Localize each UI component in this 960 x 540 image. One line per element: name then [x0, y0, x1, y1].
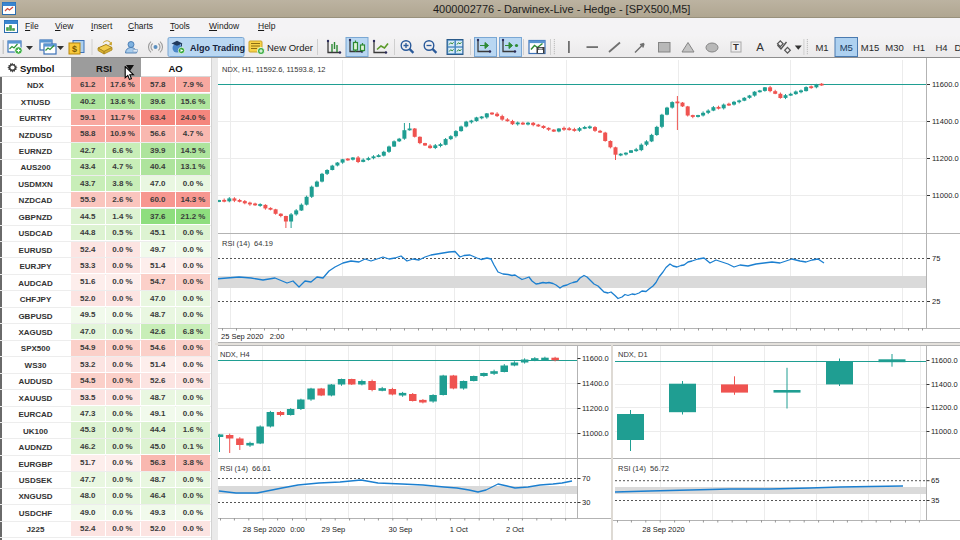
- svg-text:$: $: [72, 44, 77, 54]
- svg-text:11600.0: 11600.0: [582, 354, 609, 363]
- svg-text:11400.0: 11400.0: [931, 380, 958, 389]
- svg-text:RSI (14) 66.61: RSI (14) 66.61: [220, 464, 271, 473]
- svg-text:M30: M30: [885, 42, 903, 53]
- svg-text:A: A: [756, 41, 764, 53]
- svg-text:30: 30: [582, 498, 590, 507]
- svg-text:NDX, H4: NDX, H4: [220, 350, 250, 359]
- svg-text:30 Sep: 30 Sep: [389, 525, 413, 534]
- svg-text:H1: H1: [913, 42, 925, 53]
- svg-text:11600.0: 11600.0: [931, 356, 958, 365]
- svg-text:11000.0: 11000.0: [931, 427, 958, 436]
- svg-text:D: D: [955, 42, 960, 53]
- svg-text:75: 75: [932, 254, 940, 263]
- svg-text:11000.0: 11000.0: [582, 429, 609, 438]
- svg-text:25 Sep 2020 2:00: 25 Sep 2020 2:00: [221, 332, 284, 341]
- svg-text:25: 25: [932, 297, 940, 306]
- svg-text:29 Sep: 29 Sep: [322, 525, 346, 534]
- svg-text:70: 70: [582, 474, 590, 483]
- svg-text:T: T: [733, 41, 739, 52]
- svg-text:Algo Trading: Algo Trading: [190, 43, 245, 53]
- svg-text:NDX, D1: NDX, D1: [618, 350, 648, 359]
- svg-text:H4: H4: [935, 42, 947, 53]
- svg-text:65: 65: [931, 476, 939, 485]
- svg-text:M1: M1: [815, 42, 828, 53]
- svg-text:35: 35: [931, 496, 939, 505]
- svg-text:RSI (14) 56.72: RSI (14) 56.72: [618, 464, 669, 473]
- svg-text:11400.0: 11400.0: [932, 117, 959, 126]
- svg-text:M5: M5: [840, 42, 853, 53]
- svg-text:11000.0: 11000.0: [932, 191, 959, 200]
- svg-text:11200.0: 11200.0: [582, 404, 609, 413]
- svg-text:1 Oct: 1 Oct: [450, 525, 469, 534]
- svg-text:M15: M15: [861, 42, 879, 53]
- svg-text:11600.0: 11600.0: [932, 80, 959, 89]
- svg-text:New Order: New Order: [267, 42, 313, 53]
- svg-text:NDX, H1, 11592.6, 11593.8, 12: NDX, H1, 11592.6, 11593.8, 12: [222, 65, 326, 74]
- svg-text:11200.0: 11200.0: [931, 403, 958, 412]
- svg-text:0:00: 0:00: [290, 525, 305, 534]
- svg-text:2 Oct: 2 Oct: [506, 525, 525, 534]
- svg-text:RSI (14) 64.19: RSI (14) 64.19: [222, 239, 273, 248]
- svg-text:28 Sep 2020: 28 Sep 2020: [243, 525, 286, 534]
- svg-text:28 Sep 2020: 28 Sep 2020: [642, 525, 685, 534]
- svg-text:11200.0: 11200.0: [932, 154, 959, 163]
- svg-text:11400.0: 11400.0: [582, 379, 609, 388]
